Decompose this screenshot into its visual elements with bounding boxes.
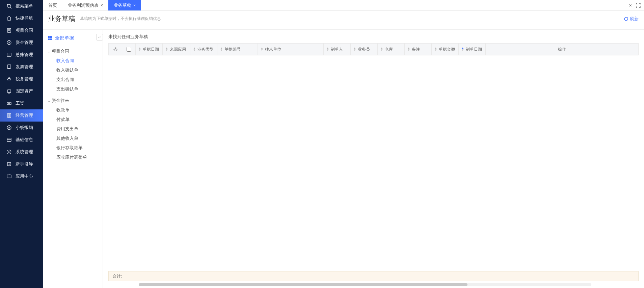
tree-leaf-other-income[interactable]: 其他收入单 xyxy=(43,134,103,143)
svg-point-16 xyxy=(9,103,10,104)
sidebar-item-salary[interactable]: 工资 xyxy=(0,97,43,109)
close-icon[interactable]: × xyxy=(133,3,136,8)
tree-title-label: 全部单据 xyxy=(55,35,74,41)
tree-leaf-expense-confirm[interactable]: 支出确认单 xyxy=(43,84,103,94)
sidebar-label: 系统管理 xyxy=(16,149,33,155)
tree-group-header[interactable]: ⌄ 项目合同 xyxy=(43,47,103,56)
sort-icon: ▲▼ xyxy=(380,47,383,51)
tree-leaf-income-confirm[interactable]: 收入确认单 xyxy=(43,66,103,75)
search-icon xyxy=(6,3,12,9)
th-settings[interactable] xyxy=(109,44,122,55)
empty-message: 未找到任何业务草稿 xyxy=(108,33,639,43)
total-row: 合计: xyxy=(108,271,639,281)
sidebar-item-system[interactable]: 系统管理 xyxy=(0,146,43,158)
svg-rect-8 xyxy=(7,53,11,56)
total-label: 合计: xyxy=(113,273,122,279)
sidebar-item-guide[interactable]: 新手引导 xyxy=(0,158,43,170)
svg-rect-27 xyxy=(48,36,50,38)
sidebar-label: 新手引导 xyxy=(16,161,33,167)
sidebar-item-ledger[interactable]: 总账管理 xyxy=(0,49,43,61)
th-docno[interactable]: ▲▼单据编号 xyxy=(217,44,258,55)
svg-rect-26 xyxy=(7,175,11,178)
collapse-tree-button[interactable]: ‹‹ xyxy=(96,34,103,41)
sidebar-item-apps[interactable]: 应用中心 xyxy=(0,170,43,182)
table-body xyxy=(108,55,639,271)
guide-icon xyxy=(6,161,12,167)
tree-leaf-payment[interactable]: 付款单 xyxy=(43,115,103,124)
chevron-down-icon: ⌄ xyxy=(48,99,50,103)
th-source[interactable]: ▲▼来源应用 xyxy=(163,44,190,55)
refresh-button[interactable]: 刷新 xyxy=(624,16,639,22)
tree-leaf-receipt[interactable]: 收款单 xyxy=(43,105,103,115)
tab-home[interactable]: 首页 xyxy=(43,0,62,10)
svg-rect-29 xyxy=(48,38,50,40)
th-warehouse[interactable]: ▲▼仓库 xyxy=(378,44,405,55)
tree-leaf-ar-ap-adjust[interactable]: 应收应付调整单 xyxy=(43,153,103,162)
th-checkbox[interactable] xyxy=(122,44,136,55)
scroll-thumb[interactable] xyxy=(139,283,467,286)
table-area: 未找到任何业务草稿 ▲▼单据日期 ▲▼来源应用 ▲▼业务类型 ▲▼单据编号 xyxy=(103,30,644,288)
sidebar-item-tax[interactable]: 税务管理 xyxy=(0,73,43,85)
salary-icon xyxy=(6,100,12,106)
table-header-row: ▲▼单据日期 ▲▼来源应用 ▲▼业务类型 ▲▼单据编号 ▲▼往来单位 ▲▼制单人… xyxy=(108,43,639,55)
sidebar-label: 搜索菜单 xyxy=(16,3,33,9)
th-creator[interactable]: ▲▼制单人 xyxy=(324,44,351,55)
tree-leaf-expense[interactable]: 费用支出单 xyxy=(43,124,103,134)
sidebar-label: 资金管理 xyxy=(16,40,33,46)
horizontal-scrollbar[interactable] xyxy=(108,283,639,287)
th-sales[interactable]: ▲▼业务员 xyxy=(351,44,378,55)
svg-line-1 xyxy=(10,7,11,8)
svg-rect-30 xyxy=(50,38,52,40)
th-ops: 操作 xyxy=(486,44,638,55)
page-subtitle: 草稿转为正式单据时，不会执行满赠促销优惠 xyxy=(80,16,161,22)
tree-leaf-bank-transfer[interactable]: 银行存取款单 xyxy=(43,143,103,153)
page-header: 业务草稿 草稿转为正式单据时，不会执行满赠促销优惠 刷新 xyxy=(43,11,644,30)
tab-bar: 首页 业务利润预估表 × 业务草稿 × × xyxy=(43,0,644,11)
close-icon[interactable]: × xyxy=(101,3,103,8)
sidebar-label: 应用中心 xyxy=(16,173,33,179)
th-biztype[interactable]: ▲▼业务类型 xyxy=(190,44,217,55)
th-remark[interactable]: ▲▼备注 xyxy=(405,44,432,55)
fund-icon xyxy=(6,40,12,46)
base-icon xyxy=(6,137,12,143)
sidebar-label: 快捷导航 xyxy=(16,15,33,21)
tabbar-close-icon[interactable]: × xyxy=(629,2,632,8)
chevron-down-icon: ⌄ xyxy=(48,50,50,53)
sidebar-item-invoice[interactable]: 发票管理 xyxy=(0,61,43,73)
sidebar-item-search[interactable]: 搜索菜单 xyxy=(0,0,43,12)
page-title: 业务草稿 xyxy=(48,14,75,23)
th-date[interactable]: ▲▼单据日期 xyxy=(136,44,163,55)
sidebar-item-reimburse[interactable]: 小畅报销 xyxy=(0,122,43,134)
sidebar-item-asset[interactable]: 固定资产 xyxy=(0,85,43,97)
main-sidebar: 搜索菜单 快捷导航 项目合同 资金管理 总账管理 发票管理 税务管理 固定资产 xyxy=(0,0,43,288)
fullscreen-icon[interactable] xyxy=(636,3,641,8)
sidebar-item-base[interactable]: 基础信息 xyxy=(0,134,43,146)
sidebar-item-quicknav[interactable]: 快捷导航 xyxy=(0,12,43,24)
tab-business-draft[interactable]: 业务草稿 × xyxy=(108,0,141,10)
invoice-icon xyxy=(6,64,12,70)
svg-rect-28 xyxy=(50,36,52,38)
select-all-checkbox[interactable] xyxy=(127,47,131,52)
tree-group-header[interactable]: ⌄ 资金往来 xyxy=(43,96,103,105)
sort-icon: ▲▼ xyxy=(326,47,329,51)
tax-icon xyxy=(6,76,12,82)
svg-rect-22 xyxy=(7,138,11,141)
th-createdate[interactable]: ▲▼制单日期 xyxy=(459,44,486,55)
sidebar-item-fund[interactable]: 资金管理 xyxy=(0,36,43,49)
tab-profit-estimate[interactable]: 业务利润预估表 × xyxy=(62,0,108,10)
tree-leaf-expense-contract[interactable]: 支出合同 xyxy=(43,75,103,84)
th-partner[interactable]: ▲▼往来单位 xyxy=(258,44,324,55)
th-amount[interactable]: ▲▼单据金额 xyxy=(432,44,459,55)
chevron-left-icon: ‹‹ xyxy=(98,35,101,39)
sidebar-item-contract[interactable]: 项目合同 xyxy=(0,24,43,36)
ledger-icon xyxy=(6,52,12,58)
grid-icon xyxy=(48,36,52,41)
tree-leaf-income-contract[interactable]: 收入合同 xyxy=(43,56,103,66)
tab-label: 业务草稿 xyxy=(114,2,131,8)
tree-group-contract: ⌄ 项目合同 收入合同 收入确认单 支出合同 支出确认单 xyxy=(43,47,103,94)
sidebar-label: 工资 xyxy=(16,100,24,106)
gear-icon xyxy=(113,47,118,52)
reimburse-icon xyxy=(6,125,12,131)
sidebar-item-business[interactable]: 经营管理 xyxy=(0,109,43,122)
tree-all-docs[interactable]: 全部单据 xyxy=(43,33,103,45)
